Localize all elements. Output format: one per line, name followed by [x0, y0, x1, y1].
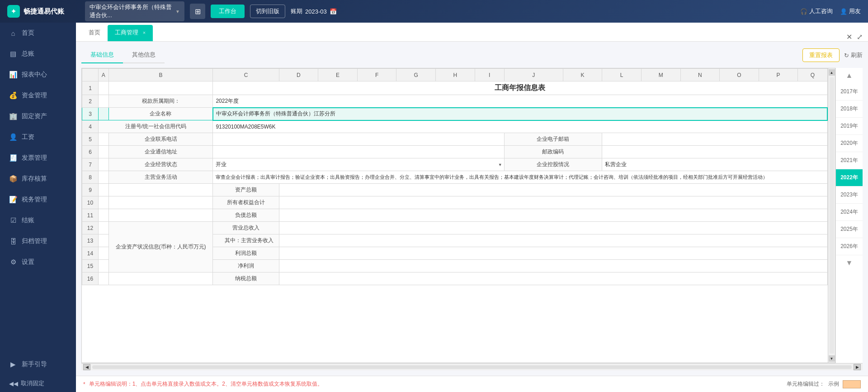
year-item-2026[interactable]: 2026年 — [836, 238, 863, 255]
cell-6k-postal[interactable] — [602, 146, 827, 158]
table-row: 7 企业经营状态 开业 ▼ 企业控股情况 私营企业 — [82, 158, 828, 171]
company-icon-btn[interactable]: ⊞ — [190, 4, 205, 19]
sidebar-item-general-ledger[interactable]: ▤ 总账 — [0, 43, 76, 64]
sidebar-item-fixed-assets[interactable]: 🏢 固定资产 — [0, 106, 76, 127]
header-right: 🎧 人工咨询 👤 用友 — [800, 7, 861, 15]
cell-3c[interactable]: 中审众环会计师事务所（特殊普通合伙）江苏分所 — [213, 108, 827, 120]
year-item-2024[interactable]: 2024年 — [836, 204, 863, 221]
panel-expand-icon[interactable]: ⤢ — [857, 33, 863, 41]
sidebar-item-close[interactable]: ☑ 结账 — [0, 210, 76, 231]
cell-5k-email[interactable] — [602, 133, 827, 146]
cell-10d-value[interactable] — [279, 196, 827, 209]
year-item-2017[interactable]: 2017年 — [836, 83, 863, 100]
tab-home[interactable]: 首页 — [81, 25, 108, 41]
year-item-2019[interactable]: 2019年 — [836, 118, 863, 135]
tab-close-icon[interactable]: × — [143, 30, 146, 35]
col-header-f: F — [357, 69, 396, 81]
headset-icon: 🎧 — [800, 8, 807, 15]
cell-15d-value[interactable] — [279, 260, 827, 272]
cell-11d-value[interactable] — [279, 209, 827, 222]
sidebar-item-settings[interactable]: ⚙ 设置 — [0, 252, 76, 272]
year-item-2025[interactable]: 2025年 — [836, 221, 863, 238]
newbie-icon: ▶ — [9, 360, 17, 368]
calendar-icon[interactable]: 📅 — [330, 8, 337, 15]
col-header-q: Q — [798, 69, 827, 81]
cell-5j-label: 企业电子邮箱 — [504, 133, 602, 146]
row-num-2: 2 — [82, 95, 99, 108]
cell-7c-status[interactable]: 开业 ▼ — [213, 158, 504, 171]
scroll-left-btn[interactable]: ◀ — [83, 364, 90, 370]
basic-info-label: 基础信息 — [90, 51, 114, 58]
cell-5c-phone[interactable] — [213, 133, 504, 146]
salary-icon: 👤 — [9, 133, 17, 141]
cell-4c[interactable]: 91320100MA208E5W6K — [213, 120, 827, 133]
cell-16d-value[interactable] — [279, 272, 827, 285]
ai-consult[interactable]: 🎧 人工咨询 — [800, 7, 833, 15]
scroll-down-btn[interactable]: ▼ — [829, 355, 835, 362]
cell-7b: 企业经营状态 — [108, 158, 213, 171]
col-header-c: C — [213, 69, 279, 81]
year-item-2021[interactable]: 2021年 — [836, 152, 863, 169]
cell-3b: 企业名称 — [108, 108, 213, 120]
col-header-j: J — [504, 69, 563, 81]
cell-12d-value[interactable] — [279, 222, 827, 234]
vertical-scrollbar[interactable]: ▲ ▼ — [828, 68, 835, 363]
fund-icon: 💰 — [9, 91, 17, 100]
sub-tab-actions: 重置报表 ↻ 刷新 — [802, 48, 863, 62]
cell-1a — [99, 81, 109, 95]
sub-tab-other-info[interactable]: 其他信息 — [123, 47, 165, 63]
horizontal-scrollbar[interactable]: ◀ ▶ — [81, 363, 863, 370]
year-item-2022[interactable]: 2022年 — [836, 169, 863, 186]
cell-7k-holding[interactable]: 私营企业 — [602, 158, 827, 171]
cell-9d-value[interactable] — [279, 184, 827, 196]
sidebar-item-inventory[interactable]: 📦 库存核算 — [0, 168, 76, 189]
hint-star: * — [83, 381, 85, 387]
year-down-btn[interactable]: ▼ — [836, 255, 863, 271]
scroll-track-horiz[interactable] — [92, 365, 852, 369]
sidebar-item-archive[interactable]: 🗄 归档管理 — [0, 231, 76, 252]
sidebar-item-salary[interactable]: 👤 工资 — [0, 127, 76, 148]
cell-2b: 税款所属期间： — [108, 95, 213, 108]
tab-home-label: 首页 — [89, 29, 100, 36]
sample-label: 示例 — [828, 380, 839, 388]
sidebar-item-tax[interactable]: 📝 税务管理 — [0, 189, 76, 210]
company-name: 中审众环会计师事务所（特殊普通合伙... — [90, 3, 173, 19]
cancel-fixed-btn[interactable]: ◀◀ 取消固定 — [0, 375, 76, 392]
cell-6c-address[interactable] — [213, 146, 504, 158]
user-icon: 👤 — [840, 8, 847, 15]
sub-tab-basic-info[interactable]: 基础信息 — [81, 47, 123, 63]
cell-14d-value[interactable] — [279, 247, 827, 260]
sidebar-item-fund-management[interactable]: 💰 资金管理 — [0, 85, 76, 106]
cell-8c-business[interactable]: 审查企业会计报表；出具审计报告；验证企业资本；出具验资报告；办理企业合并、分立、… — [213, 171, 827, 184]
scroll-up-btn[interactable]: ▲ — [829, 69, 835, 76]
sidebar-item-report-center[interactable]: 📊 报表中心 — [0, 64, 76, 85]
company-dropdown-icon: ▼ — [175, 9, 180, 14]
reset-report-button[interactable]: 重置报表 — [802, 48, 840, 62]
sidebar-item-invoice[interactable]: 🧾 发票管理 — [0, 148, 76, 168]
sidebar-label-invoice: 发票管理 — [22, 154, 47, 162]
company-selector[interactable]: 中审众环会计师事务所（特殊普通合伙... ▼ — [85, 1, 184, 21]
panel-close-icon[interactable]: ✕ — [846, 33, 852, 41]
cell-2c[interactable]: 2022年度 — [213, 95, 827, 108]
old-version-button[interactable]: 切到旧版 — [250, 5, 285, 18]
cell-13d-value[interactable] — [279, 234, 827, 247]
row-num-9: 9 — [82, 184, 99, 196]
refresh-button[interactable]: ↻ 刷新 — [844, 51, 863, 59]
year-up-btn[interactable]: ▲ — [836, 68, 863, 83]
scroll-right-btn[interactable]: ▶ — [854, 364, 861, 370]
year-item-2018[interactable]: 2018年 — [836, 100, 863, 118]
tab-business-management[interactable]: 工商管理 × — [108, 25, 153, 41]
cell-12c-label: 营业总收入 — [213, 222, 279, 234]
year-item-2023[interactable]: 2023年 — [836, 186, 863, 204]
workbench-button[interactable]: 工作台 — [211, 5, 245, 18]
year-item-2020[interactable]: 2020年 — [836, 135, 863, 152]
user-area[interactable]: 👤 用友 — [840, 7, 861, 15]
sidebar-item-newbie[interactable]: ▶ 新手引导 — [0, 354, 76, 375]
sidebar-item-home[interactable]: ⌂ 首页 — [0, 23, 76, 43]
content-area: 首页 工商管理 × ✕ ⤢ 基础信息 其他信息 — [76, 23, 868, 392]
sidebar-label-home: 首页 — [22, 29, 34, 37]
sidebar-label-inventory: 库存核算 — [22, 175, 47, 183]
spreadsheet-container[interactable]: A B C D E F G H I J — [82, 68, 828, 363]
edit-label: 单元格编辑过： — [787, 380, 825, 388]
cell-6a — [99, 146, 109, 158]
